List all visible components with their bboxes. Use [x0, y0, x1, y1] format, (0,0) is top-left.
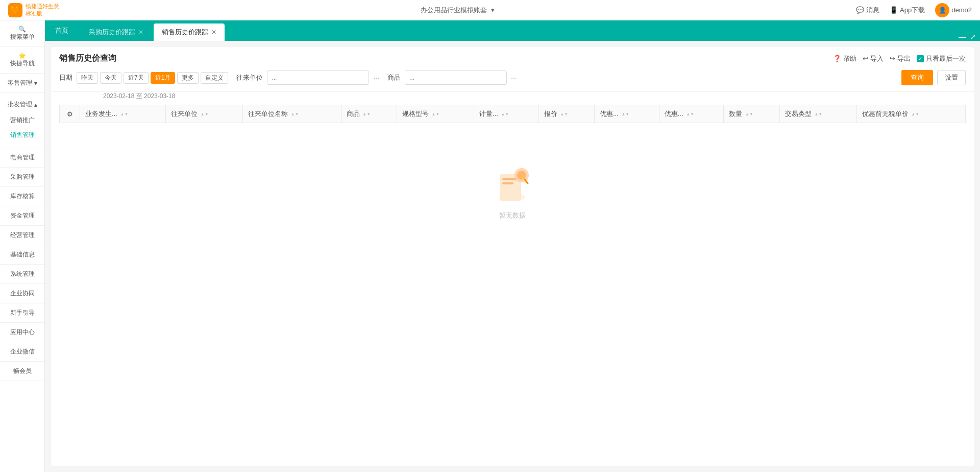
page-card: 销售历史价查询 ❓ 帮助 ↩ 导入 ↪ 导出	[51, 47, 974, 466]
main-layout: 🔍 搜索菜单 ⭐ 快捷导航 零售管理 ▾ 批发管理 ▴ 营销推广 销售管理	[0, 20, 980, 472]
chevron-up-icon: ▴	[34, 101, 37, 108]
filter-actions: 查询 设置	[901, 70, 966, 85]
download-icon: 📱	[890, 6, 898, 14]
svg-rect-3	[502, 182, 513, 184]
empty-text: 暂无数据	[499, 211, 526, 220]
help-icon: ❓	[833, 55, 841, 62]
page-header-actions: ❓ 帮助 ↩ 导入 ↪ 导出 ✓ 只看最后一次	[833, 54, 966, 63]
sidebar-item-sales-management[interactable]: 销售管理	[2, 128, 42, 143]
sidebar-item-operations[interactable]: 经营管理	[0, 226, 44, 245]
th-gear[interactable]: ⚙	[60, 105, 80, 123]
close-purchase-tab-button[interactable]: ✕	[138, 29, 143, 36]
th-discount2[interactable]: 优惠... ▲▼	[659, 105, 724, 123]
export-button[interactable]: ↪ 导出	[890, 54, 911, 63]
filter-area: 日期 昨天 今天 近7天 近1月 更多 自定义 往来单位 ··	[51, 64, 974, 92]
app-selector[interactable]: 办公用品行业模拟账套 ▾	[421, 6, 495, 15]
top-bar-right: 💬 消息 📱 App下载 👤 demo2	[856, 3, 972, 17]
sidebar-item-basic-info[interactable]: 基础信息	[0, 245, 44, 265]
tab-purchase-history[interactable]: 采购历史价跟踪 ✕	[81, 23, 152, 41]
empty-icon	[492, 164, 533, 205]
date-btn-custom[interactable]: 自定义	[201, 72, 228, 84]
sidebar-item-search[interactable]: 🔍 搜索菜单	[0, 20, 44, 47]
th-quote[interactable]: 报价 ▲▼	[538, 105, 594, 123]
svg-rect-2	[502, 178, 518, 180]
date-btn-yesterday[interactable]: 昨天	[77, 72, 98, 84]
th-trade-type[interactable]: 交易类型 ▲▼	[779, 105, 856, 123]
sidebar-item-guide[interactable]: 新手引导	[0, 303, 44, 323]
tab-sales-history[interactable]: 销售历史价跟踪 ✕	[154, 23, 225, 41]
message-icon: 💬	[856, 6, 864, 14]
sidebar-item-inventory[interactable]: 库存核算	[0, 187, 44, 206]
logo-text: 畅捷通好生意 标准版	[26, 3, 59, 16]
tab-right-actions: — ⤢	[959, 33, 980, 41]
th-biz-date[interactable]: 业务发生... ▲▼	[80, 105, 166, 123]
search-icon: 🔍	[18, 26, 26, 33]
date-filter-group: 日期 昨天 今天 近7天 近1月 更多 自定义	[59, 72, 228, 84]
goods-more-icon[interactable]: ···	[511, 74, 517, 82]
gear-icon[interactable]: ⚙	[67, 110, 73, 118]
sidebar-item-system[interactable]: 系统管理	[0, 265, 44, 284]
table-wrapper: ⚙ 业务发生... ▲▼ 往来单位 ▲▼	[51, 105, 974, 123]
app-download-button[interactable]: 📱 App下载	[890, 6, 925, 15]
user-menu[interactable]: 👤 demo2	[935, 3, 972, 17]
th-spec[interactable]: 规格型号 ▲▼	[397, 105, 474, 123]
date-btn-7days[interactable]: 近7天	[124, 72, 149, 84]
query-button[interactable]: 查询	[901, 70, 933, 85]
only-last-checkbox[interactable]: ✓ 只看最后一次	[917, 54, 966, 63]
tab-bar: 首页 采购历史价跟踪 ✕ 销售历史价跟踪 ✕ — ⤢	[45, 20, 980, 41]
logo-icon: 🧡	[8, 3, 22, 17]
th-discount1[interactable]: 优惠... ▲▼	[594, 105, 659, 123]
date-range-text: 2023-02-18 至 2023-03-18	[103, 92, 175, 101]
sidebar-item-marketing[interactable]: 营销推广	[2, 113, 42, 128]
date-btn-more[interactable]: 更多	[177, 72, 199, 84]
page-title: 销售历史价查询	[59, 53, 116, 64]
date-range-row: 2023-02-18 至 2023-03-18	[51, 92, 974, 105]
avatar: 👤	[935, 3, 949, 17]
import-button[interactable]: ↩ 导入	[863, 54, 884, 63]
sidebar-item-retail[interactable]: 零售管理 ▾	[0, 74, 44, 93]
partner-filter-group: 往来单位 ···	[236, 70, 379, 85]
empty-state: 暂无数据	[51, 123, 974, 261]
message-button[interactable]: 💬 消息	[856, 6, 879, 15]
date-btn-today[interactable]: 今天	[100, 72, 121, 84]
th-pre-discount-price[interactable]: 优惠前无税单价 ▲▼	[856, 105, 965, 123]
data-table: ⚙ 业务发生... ▲▼ 往来单位 ▲▼	[59, 105, 966, 123]
chevron-down-icon: ▾	[491, 6, 495, 14]
checkbox-icon: ✓	[917, 55, 924, 62]
sidebar-item-finance[interactable]: 资金管理	[0, 206, 44, 226]
partner-more-icon[interactable]: ···	[373, 74, 379, 82]
th-partner-code[interactable]: 往来单位 ▲▼	[166, 105, 243, 123]
sidebar-item-member[interactable]: 畅会员	[0, 362, 44, 381]
chevron-down-icon: ▾	[34, 80, 37, 87]
sidebar-item-purchase[interactable]: 采购管理	[0, 168, 44, 187]
wholesale-header[interactable]: 批发管理 ▴	[2, 98, 42, 111]
page-content: 销售历史价查询 ❓ 帮助 ↩ 导入 ↪ 导出	[45, 41, 980, 472]
star-icon: ⭐	[18, 52, 26, 59]
sidebar-item-cooperation[interactable]: 企业协同	[0, 284, 44, 303]
th-qty[interactable]: 数量 ▲▼	[724, 105, 779, 123]
help-button[interactable]: ❓ 帮助	[833, 54, 856, 63]
goods-filter-group: 商品 ···	[387, 70, 517, 85]
sidebar-item-wholesale: 批发管理 ▴ 营销推广 销售管理	[0, 93, 44, 148]
sidebar-item-ecommerce[interactable]: 电商管理	[0, 148, 44, 168]
th-unit[interactable]: 计量... ▲▼	[474, 105, 538, 123]
page-header: 销售历史价查询 ❓ 帮助 ↩ 导入 ↪ 导出	[51, 47, 974, 64]
settings-button[interactable]: 设置	[937, 70, 966, 85]
tab-home[interactable]: 首页	[45, 20, 79, 41]
sidebar-item-shortcuts[interactable]: ⭐ 快捷导航	[0, 47, 44, 74]
svg-point-5	[517, 171, 526, 180]
close-sales-tab-button[interactable]: ✕	[211, 29, 216, 36]
sidebar-item-wechat[interactable]: 企业微信	[0, 342, 44, 362]
top-bar-left: 🧡 畅捷通好生意 标准版	[8, 3, 59, 17]
partner-input[interactable]	[267, 70, 369, 85]
th-partner-name[interactable]: 往来单位名称 ▲▼	[243, 105, 341, 123]
date-buttons: 昨天 今天 近7天 近1月 更多 自定义	[77, 72, 228, 84]
th-goods[interactable]: 商品 ▲▼	[341, 105, 397, 123]
maximize-button[interactable]: ⤢	[970, 33, 976, 41]
content-area: 首页 采购历史价跟踪 ✕ 销售历史价跟踪 ✕ — ⤢ 销售历史价查询	[45, 20, 980, 472]
wholesale-subitems: 营销推广 销售管理	[2, 111, 42, 143]
goods-input[interactable]	[405, 70, 507, 85]
minimize-button[interactable]: —	[959, 33, 966, 41]
date-btn-1month[interactable]: 近1月	[151, 72, 176, 84]
sidebar-item-app-center[interactable]: 应用中心	[0, 323, 44, 342]
